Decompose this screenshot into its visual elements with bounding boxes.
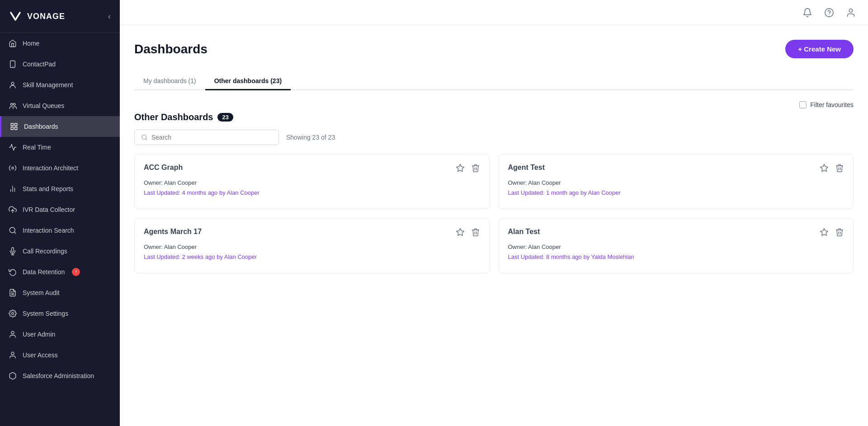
sidebar-header: VONAGE ‹: [0, 0, 120, 33]
svg-point-4: [11, 103, 13, 106]
audit-icon: [8, 288, 17, 297]
card-updated-alan-test: Last Updated: 8 months ago by Yalda Mosl…: [508, 252, 844, 262]
card-owner-agent-test: Owner: Alan Cooper: [508, 178, 844, 188]
card-delete-agent-test[interactable]: [834, 163, 845, 173]
showing-text: Showing 23 of 23: [286, 134, 335, 141]
svg-point-21: [12, 313, 14, 315]
stats-icon: [8, 184, 17, 193]
sidebar-item-virtual-queues[interactable]: Virtual Queues: [0, 95, 120, 116]
sidebar-item-ivr-data-collector[interactable]: IVR Data Collector: [0, 199, 120, 220]
sidebar-item-label: Skill Management: [23, 81, 73, 89]
sidebar-item-interaction-architect[interactable]: Interaction Architect: [0, 158, 120, 178]
sidebar-item-system-settings[interactable]: System Settings: [0, 303, 120, 324]
card-favourite-agent-test[interactable]: [819, 163, 830, 173]
svg-line-28: [146, 139, 147, 140]
card-actions-alan-test: [819, 227, 845, 238]
tab-my-dashboards[interactable]: My dashboards (1): [134, 73, 205, 90]
svg-rect-6: [11, 123, 13, 126]
card-owner-alan-test: Owner: Alan Cooper: [508, 242, 844, 252]
cards-grid: ACC Graph Owner: Alan Cooper Last Update…: [134, 154, 854, 273]
dashboard-card-agent-test: Agent Test Owner: Alan Cooper Last Updat…: [499, 154, 854, 209]
sidebar-item-home[interactable]: Home: [0, 33, 120, 54]
sidebar-collapse-button[interactable]: ‹: [106, 10, 113, 23]
topbar: [120, 0, 868, 25]
svg-rect-8: [15, 127, 17, 130]
card-title-agent-test: Agent Test: [508, 164, 844, 172]
svg-marker-29: [456, 164, 464, 172]
search-input[interactable]: [151, 134, 272, 141]
sidebar-item-skill-management[interactable]: Skill Management: [0, 75, 120, 95]
skill-icon: [8, 80, 17, 89]
sidebar-item-label: System Settings: [23, 310, 68, 317]
sidebar-item-data-retention[interactable]: Data Retention !: [0, 262, 120, 282]
retention-icon: [8, 267, 17, 276]
card-delete-agents-march17[interactable]: [470, 227, 481, 238]
contactpad-icon: [8, 60, 17, 69]
bell-icon[interactable]: [801, 6, 814, 19]
sidebar-item-user-access[interactable]: User Access: [0, 345, 120, 365]
card-owner-agents-march17: Owner: Alan Cooper: [144, 242, 480, 252]
useraccess-icon: [8, 351, 17, 360]
nav-badge-data-retention: !: [72, 268, 80, 276]
dashboard-icon: [9, 122, 19, 131]
card-delete-acc-graph[interactable]: [470, 163, 481, 173]
search-icon: [141, 134, 148, 141]
card-actions-agents-march17: [455, 227, 481, 238]
card-actions-agent-test: [819, 163, 845, 173]
sidebar-item-label: Data Retention: [23, 268, 65, 276]
realtime-icon: [8, 143, 17, 152]
page-title: Dashboards: [134, 42, 208, 56]
filter-favourites-text: Filter favourites: [810, 101, 854, 108]
sidebar-item-real-time[interactable]: Real Time: [0, 137, 120, 158]
sidebar-item-salesforce-admin[interactable]: Salesforce Administration: [0, 365, 120, 386]
recordings-icon: [8, 247, 17, 256]
svg-marker-31: [456, 229, 464, 236]
sidebar-item-label: Stats and Reports: [23, 185, 73, 192]
search-input-wrap: [134, 130, 279, 145]
tab-other-dashboards[interactable]: Other dashboards (23): [205, 73, 291, 90]
useradmin-icon: [8, 330, 17, 339]
sidebar-item-user-admin[interactable]: User Admin: [0, 324, 120, 345]
card-favourite-alan-test[interactable]: [819, 227, 830, 238]
card-favourite-acc-graph[interactable]: [455, 163, 466, 173]
sidebar-item-label: Interaction Architect: [23, 164, 78, 172]
sidebar-item-stats-reports[interactable]: Stats and Reports: [0, 178, 120, 199]
main-content: Dashboards + Create New My dashboards (1…: [120, 0, 868, 426]
filter-favourites-label[interactable]: Filter favourites: [799, 101, 854, 108]
card-favourite-agents-march17[interactable]: [455, 227, 466, 238]
card-meta-acc-graph: Owner: Alan Cooper Last Updated: 4 month…: [144, 178, 480, 198]
card-meta-agent-test: Owner: Alan Cooper Last Updated: 1 month…: [508, 178, 844, 198]
content-area: Dashboards + Create New My dashboards (1…: [120, 25, 868, 426]
salesforce-icon: [8, 371, 17, 380]
card-updated-acc-graph: Last Updated: 4 months ago by Alan Coope…: [144, 188, 480, 198]
settings-icon: [8, 309, 17, 318]
create-new-button[interactable]: + Create New: [785, 40, 854, 58]
sidebar-item-label: Home: [23, 40, 39, 47]
help-icon[interactable]: [823, 6, 835, 19]
card-actions-acc-graph: [455, 163, 481, 173]
sidebar-item-label: Interaction Search: [23, 227, 74, 234]
filter-favourites-checkbox[interactable]: [799, 101, 807, 108]
svg-point-24: [825, 8, 833, 16]
sidebar-item-contactpad[interactable]: ContactPad: [0, 54, 120, 75]
svg-point-5: [14, 103, 16, 106]
sidebar-item-label: User Access: [23, 351, 58, 359]
card-owner-acc-graph: Owner: Alan Cooper: [144, 178, 480, 188]
dashboard-card-alan-test: Alan Test Owner: Alan Cooper Last Update…: [499, 218, 854, 273]
section-count-badge: 23: [217, 113, 233, 122]
sidebar-item-interaction-search[interactable]: Interaction Search: [0, 220, 120, 241]
sidebar-item-dashboards[interactable]: Dashboards: [0, 116, 120, 137]
sidebar-item-call-recordings[interactable]: Call Recordings: [0, 241, 120, 262]
svg-point-26: [849, 9, 852, 12]
sidebar-item-system-audit[interactable]: System Audit: [0, 282, 120, 303]
card-meta-agents-march17: Owner: Alan Cooper Last Updated: 2 weeks…: [144, 242, 480, 262]
card-delete-alan-test[interactable]: [834, 227, 845, 238]
search-icon: [8, 226, 17, 235]
dashboard-card-agents-march17: Agents March 17 Owner: Alan Cooper Last …: [134, 218, 490, 273]
user-icon[interactable]: [844, 6, 857, 19]
search-row: Showing 23 of 23: [134, 130, 854, 145]
sidebar-item-label: Call Recordings: [23, 248, 67, 255]
section-header: Other Dashboards 23: [134, 112, 854, 122]
sidebar: VONAGE ‹ Home ContactPad Skill Managemen…: [0, 0, 120, 426]
ivr-icon: [8, 205, 17, 214]
